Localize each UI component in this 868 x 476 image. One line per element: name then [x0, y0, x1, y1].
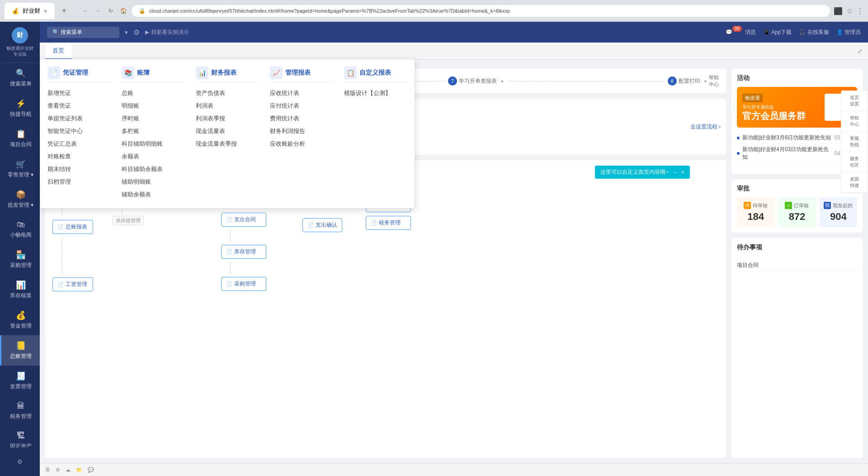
- setup-flow-link[interactable]: 去设置流程 ›: [690, 123, 721, 131]
- app-download-btn[interactable]: 📱 App下载: [763, 29, 792, 36]
- status-settings-icon[interactable]: ⚙: [56, 467, 60, 473]
- help-center[interactable]: 帮助中心: [709, 74, 719, 88]
- dropdown-item-aging[interactable]: 应收账龄分析: [270, 138, 333, 150]
- dropdown-item-new-voucher[interactable]: 新增凭证: [47, 87, 111, 100]
- status-folder-icon[interactable]: 📁: [76, 467, 82, 473]
- sidebar-item-wholesale[interactable]: 📦 批发管理 ▾: [0, 184, 40, 214]
- sidebar-item-nav[interactable]: ⚡ 快捷导航: [0, 93, 40, 124]
- message-btn[interactable]: 💬 99 消息: [726, 29, 756, 36]
- dropdown-item-general-ledger[interactable]: 总账: [122, 87, 185, 100]
- demo-link[interactable]: ▶ 我要看实例演示: [145, 29, 189, 36]
- expense-contract-label: 支出合同: [234, 216, 256, 224]
- news-item-1[interactable]: 新功能|好业财3月6日功能更新抢先知 03月06日: [737, 132, 857, 144]
- sidebar-item-ecommerce[interactable]: 🛍 小畅电商: [0, 214, 40, 244]
- tab-close-btn[interactable]: ×: [44, 8, 47, 14]
- dropdown-item-profit[interactable]: 利润表: [196, 100, 259, 112]
- settings-icon[interactable]: ⚙: [133, 28, 140, 37]
- service-icon: 🎧: [799, 29, 806, 35]
- purchase-icon: 🏪: [3, 250, 38, 260]
- sidebar-item-assets[interactable]: 🏗 固定资产: [0, 426, 40, 447]
- new-tab-btn[interactable]: +: [58, 3, 71, 19]
- address-bar[interactable]: 🔒 cloud.chanjet.com/cc/u6d89qwnryel/57bf…: [132, 5, 830, 17]
- wf-box-expense-contract[interactable]: 📄 支出合同: [221, 213, 266, 227]
- status-lang[interactable]: 英: [45, 466, 50, 473]
- reload-btn[interactable]: ↻: [106, 6, 115, 15]
- wf-box-ledger-report[interactable]: 📄 总账报表: [52, 220, 93, 234]
- news-dot-1: [737, 137, 740, 139]
- sidebar-item-tax[interactable]: 🏛 税务管理: [0, 396, 40, 426]
- right-link-help[interactable]: 帮助中心: [841, 111, 868, 132]
- approval-card-initiated[interactable]: 我 我发起的 904: [820, 197, 857, 227]
- status-cloud-icon[interactable]: ☁: [66, 467, 71, 473]
- right-link-desktop[interactable]: 桌面快捷: [841, 172, 868, 193]
- dropdown-item-detail-ledger[interactable]: 明细账: [122, 100, 185, 112]
- star-icon[interactable]: ☆: [846, 7, 853, 15]
- dropdown-item-voucher-list[interactable]: 单据凭证列表: [47, 112, 111, 125]
- right-link-community[interactable]: 服务社区: [841, 152, 868, 172]
- tab-home[interactable]: 首页: [45, 43, 71, 59]
- dropdown-item-subject-detail[interactable]: 科目辅助明细账: [122, 138, 185, 150]
- wf-box-inventory-mgmt[interactable]: 📄 库存管理: [221, 245, 266, 259]
- dropdown-item-profit-quarterly[interactable]: 利润表季报: [196, 112, 259, 125]
- tip-close-btn[interactable]: ×: [681, 169, 684, 176]
- sidebar-item-invoice[interactable]: 🧾 发票管理: [0, 366, 40, 396]
- todo-item-1[interactable]: 项目合同: [737, 260, 857, 271]
- approval-card-pending[interactable]: 待 待审核 184: [737, 197, 774, 227]
- menu-icon[interactable]: ⋮: [856, 7, 863, 15]
- sidebar-settings-btn[interactable]: ⚙: [15, 453, 24, 471]
- dropdown-item-receivable[interactable]: 应收统计表: [270, 87, 333, 100]
- sidebar-bottom: ⚙: [15, 447, 24, 476]
- dropdown-item-payable[interactable]: 应付统计表: [270, 100, 333, 112]
- dropdown-item-archive[interactable]: 归档管理: [47, 176, 111, 188]
- home-btn[interactable]: 🏠: [119, 6, 128, 15]
- dropdown-item-aux-detail[interactable]: 辅助明细账: [122, 176, 185, 188]
- sidebar-logo: 财 畅捷通好业财专业版: [0, 22, 40, 63]
- back-btn[interactable]: ←: [81, 6, 90, 15]
- dropdown-item-period-end[interactable]: 期末结转: [47, 163, 111, 176]
- wf-box-tax-mgmt[interactable]: 📄 税务管理: [366, 216, 411, 230]
- sidebar-item-retail[interactable]: 🛒 零售管理 ▾: [0, 154, 40, 184]
- dropdown-item-reconcile[interactable]: 对账检查: [47, 150, 111, 163]
- news-item-2[interactable]: 新功能|好业财4月03日功能更新抢先知 04月03日: [737, 144, 857, 163]
- sidebar-item-purchase[interactable]: 🏪 采购管理: [0, 244, 40, 275]
- sidebar-item-label: 小畅电商: [3, 231, 38, 239]
- dropdown-item-cashflow-quarterly[interactable]: 现金流量表季报: [196, 138, 259, 150]
- dropdown-item-profit-report[interactable]: 财务利润报告: [270, 125, 333, 138]
- custom-header-icon: 📋: [344, 67, 357, 79]
- right-link-home-settings[interactable]: 首页设置: [841, 91, 868, 111]
- expand-icon[interactable]: ⤢: [857, 48, 863, 55]
- wf-box-purchase-mgmt[interactable]: 📄 采购管理: [221, 277, 266, 291]
- status-chat-icon[interactable]: 💬: [88, 467, 94, 473]
- dropdown-item-cashflow[interactable]: 现金流量表: [196, 125, 259, 138]
- dropdown-item-smart-voucher[interactable]: 智能凭证中心: [47, 125, 111, 138]
- wf-box-salary-mgmt[interactable]: 📄 工资管理: [52, 277, 93, 291]
- dropdown-item-aux-balance[interactable]: 辅助余额表: [122, 188, 185, 201]
- approval-initiated-label: 我 我发起的: [823, 202, 854, 209]
- dropdown-item-voucher-summary[interactable]: 凭证汇总表: [47, 138, 111, 150]
- dropdown-item-balance-sheet[interactable]: 资产负债表: [196, 87, 259, 100]
- dropdown-item-expense[interactable]: 费用统计表: [270, 112, 333, 125]
- approval-card-approved[interactable]: ✓ 已审核 872: [778, 197, 816, 227]
- sidebar-item-inventory[interactable]: 📊 库存核算: [0, 275, 40, 305]
- sidebar-item-project[interactable]: 📋 项目合同: [0, 124, 40, 154]
- dropdown-item-multi-ledger[interactable]: 多栏账: [122, 125, 185, 138]
- sidebar-item-fund[interactable]: 💰 资金管理: [0, 305, 40, 335]
- browser-tab[interactable]: 💰 好业财 ×: [5, 3, 55, 19]
- dropdown-item-seq-ledger[interactable]: 序时账: [122, 112, 185, 125]
- dropdown-item-template-design[interactable]: 模版设计【公测】: [344, 87, 407, 100]
- cast-icon[interactable]: ⬛: [834, 7, 843, 15]
- right-link-service[interactable]: 客服热线: [841, 132, 868, 152]
- management-header-label: 管理报表: [285, 69, 311, 77]
- forward-btn[interactable]: →: [94, 6, 103, 15]
- top-search-input[interactable]: 🔍 搜索菜单: [47, 27, 119, 38]
- dropdown-item-subject-balance[interactable]: 科目辅助余额表: [122, 163, 185, 176]
- wf-box-expense-confirm[interactable]: 📄 支出确认: [302, 218, 342, 232]
- sidebar-item-search[interactable]: 🔍 搜索菜单: [0, 63, 40, 93]
- sidebar-item-ledger[interactable]: 📒 总账管理: [0, 335, 40, 366]
- dropdown-item-balance[interactable]: 余额表: [122, 150, 185, 163]
- dropdown-item-view-voucher[interactable]: 查看凭证: [47, 100, 111, 112]
- tax-icon: 🏛: [3, 401, 38, 411]
- service-btn[interactable]: 🎧 在线客服: [799, 29, 829, 36]
- user-avatar[interactable]: 👤 管理员: [836, 29, 861, 36]
- todo-item-1-label: 项目合同: [737, 262, 759, 269]
